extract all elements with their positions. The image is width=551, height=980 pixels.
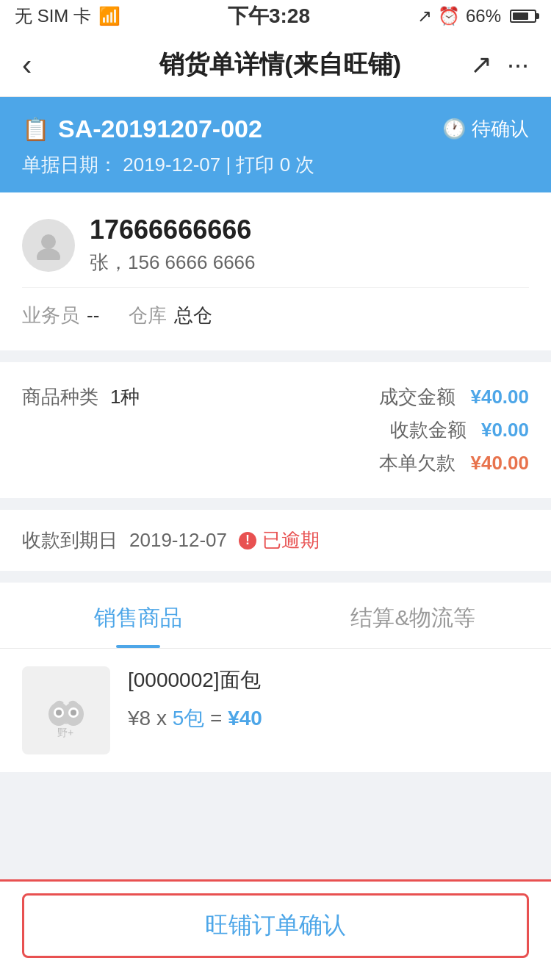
order-id: 📋 SA-20191207-002 <box>22 115 262 143</box>
salesperson-value: -- <box>87 304 99 327</box>
due-section: 收款到期日 2019-12-07 ! 已逾期 <box>0 510 551 571</box>
battery-label: 66% <box>466 6 501 26</box>
amounts: 成交金额 ¥40.00 收款金额 ¥0.00 本单欠款 ¥40.00 <box>379 384 529 476</box>
customer-meta: 业务员 -- 仓库 总仓 <box>22 287 529 328</box>
battery-icon <box>510 10 536 23</box>
tab-products[interactable]: 销售商品 <box>0 583 276 648</box>
received-row: 收款金额 ¥0.00 <box>390 417 529 443</box>
bottom-bar: 旺铺订单确认 <box>0 879 551 980</box>
svg-point-0 <box>41 234 56 249</box>
svg-point-6 <box>56 710 62 716</box>
order-status: 🕐 待确认 <box>442 116 529 142</box>
due-label: 收款到期日 <box>22 527 118 553</box>
nav-actions: ↗ ··· <box>470 49 529 80</box>
confirm-order-button[interactable]: 旺铺订单确认 <box>22 893 529 958</box>
back-button[interactable]: ‹ <box>22 50 32 79</box>
order-icon: 📋 <box>22 116 49 142</box>
unit-price: ¥8 <box>128 707 151 729</box>
type-value: 1种 <box>110 384 140 410</box>
debt-row: 本单欠款 ¥40.00 <box>379 450 529 476</box>
svg-point-7 <box>71 710 76 716</box>
order-header: 📋 SA-20191207-002 🕐 待确认 单据日期： 2019-12-07… <box>0 97 551 192</box>
product-image: 野+ <box>22 666 110 754</box>
warehouse-value: 总仓 <box>174 303 212 328</box>
customer-name: 张，156 6666 6666 <box>90 250 256 275</box>
product-qty: 5包 <box>173 707 205 729</box>
customer-phone: 17666666666 <box>90 215 256 245</box>
order-header-top: 📋 SA-20191207-002 🕐 待确认 <box>22 115 529 143</box>
received-label: 收款金额 <box>390 417 467 443</box>
order-id-text: SA-20191207-002 <box>58 115 262 143</box>
carrier-label: 无 SIM 卡 <box>15 4 91 28</box>
svg-point-1 <box>37 248 60 260</box>
summary-section: 商品种类 1种 成交金额 ¥40.00 收款金额 ¥0.00 本单欠款 ¥40.… <box>0 362 551 498</box>
date-value: 2019-12-07 <box>123 154 220 176</box>
product-price-formula: ¥8 x 5包 = ¥40 <box>128 705 529 732</box>
product-type: 商品种类 1种 <box>22 384 140 410</box>
tab-products-label: 销售商品 <box>94 605 182 630</box>
received-value: ¥0.00 <box>481 419 529 442</box>
tabs-section: 销售商品 结算&物流等 <box>0 583 551 649</box>
share-button[interactable]: ↗ <box>470 49 492 80</box>
status-left: 无 SIM 卡 📶 <box>15 4 120 28</box>
equals: = <box>210 707 222 729</box>
amount-row: 成交金额 ¥40.00 <box>379 384 529 410</box>
product-item: 野+ [0000002]面包 ¥8 x 5包 = ¥40 <box>22 666 529 754</box>
status-text: 待确认 <box>472 116 529 142</box>
nav-bar: ‹ 销货单详情(来自旺铺) ↗ ··· <box>0 32 551 97</box>
amount-label: 成交金额 <box>379 384 455 410</box>
overdue-badge: ! 已逾期 <box>239 527 320 553</box>
amount-value: ¥40.00 <box>470 386 529 408</box>
warehouse-item: 仓库 总仓 <box>129 303 212 328</box>
location-icon: ↗ <box>417 6 432 26</box>
customer-top: 17666666666 张，156 6666 6666 <box>22 215 529 275</box>
product-section: 野+ [0000002]面包 ¥8 x 5包 = ¥40 <box>0 649 551 772</box>
status-bar: 无 SIM 卡 📶 下午3:28 ↗ ⏰ 66% <box>0 0 551 32</box>
svg-text:野+: 野+ <box>57 727 73 738</box>
product-name: [0000002]面包 <box>128 666 529 694</box>
date-label: 单据日期： <box>22 154 118 176</box>
salesperson-item: 业务员 -- <box>22 303 99 328</box>
type-label: 商品种类 <box>22 384 98 410</box>
warehouse-label: 仓库 <box>129 303 167 328</box>
multiply-sign: x <box>156 707 167 729</box>
debt-label: 本单欠款 <box>379 450 455 476</box>
overdue-icon: ! <box>239 532 256 550</box>
tab-settlement[interactable]: 结算&物流等 <box>276 583 551 648</box>
clock-icon: 🕐 <box>442 118 466 140</box>
debt-value: ¥40.00 <box>470 452 529 475</box>
customer-info: 17666666666 张，156 6666 6666 <box>90 215 256 275</box>
product-image-inner: 野+ <box>37 681 96 740</box>
due-date: 2019-12-07 <box>129 529 227 552</box>
print-info: | 打印 0 次 <box>226 154 314 176</box>
tabs-row: 销售商品 结算&物流等 <box>0 583 551 649</box>
salesperson-label: 业务员 <box>22 303 79 328</box>
product-info: [0000002]面包 ¥8 x 5包 = ¥40 <box>128 666 529 732</box>
alarm-icon: ⏰ <box>438 6 460 26</box>
tab-settlement-label: 结算&物流等 <box>350 605 475 630</box>
order-date: 单据日期： 2019-12-07 | 打印 0 次 <box>22 152 529 178</box>
product-total: ¥40 <box>228 707 262 729</box>
status-right: ↗ ⏰ 66% <box>417 6 536 26</box>
customer-section: 17666666666 张，156 6666 6666 业务员 -- 仓库 总仓 <box>0 192 551 350</box>
status-time: 下午3:28 <box>228 2 310 30</box>
page-title: 销货单详情(来自旺铺) <box>46 48 514 82</box>
overdue-text: 已逾期 <box>262 527 320 553</box>
more-button[interactable]: ··· <box>507 49 529 80</box>
wifi-icon: 📶 <box>98 6 120 26</box>
avatar <box>22 219 75 272</box>
